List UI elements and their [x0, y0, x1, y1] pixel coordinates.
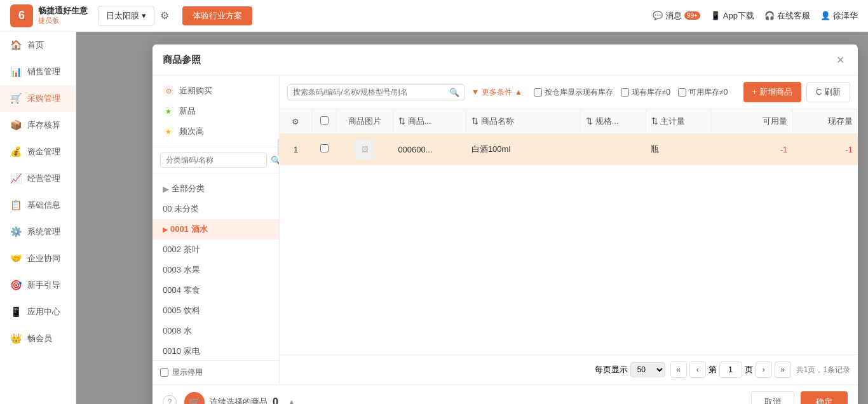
check-available-nonzero-label: 可用库存≠0 [689, 87, 728, 98]
col-header-check[interactable] [312, 109, 337, 134]
category-search-icon[interactable]: 🔍 [271, 156, 280, 165]
check-stock-nonzero-input[interactable] [621, 88, 629, 97]
enterprise-icon: 🤝 [10, 253, 22, 264]
settings-icon[interactable]: ⚙ [154, 6, 175, 26]
page-navigation: « ‹ 第 页 › » [670, 361, 791, 378]
sidebar-label-purchase: 采购管理 [27, 93, 60, 104]
sidebar-item-apps[interactable]: 📱 应用中心 [0, 299, 76, 325]
messages-btn[interactable]: 💬 消息 99+ [653, 10, 700, 22]
page-size-dropdown[interactable]: 10 20 50 100 [630, 362, 665, 377]
sidebar-item-purchase[interactable]: 🛒 采购管理 [0, 85, 76, 112]
check-warehouse[interactable]: 按仓库显示现有库存 [534, 87, 613, 98]
row-name: 白酒100ml [466, 134, 581, 165]
category-item-7[interactable]: 0010 家电 [153, 341, 279, 360]
sidebar-label-home: 首页 [27, 39, 44, 51]
col-label-name: 商品名称 [481, 116, 514, 126]
category-item-6[interactable]: 0008 水 [153, 321, 279, 341]
cancel-button[interactable]: 取消 [751, 391, 794, 404]
guide-icon: 🎯 [10, 279, 22, 291]
col-header-name[interactable]: ⇅ 商品名称 [466, 109, 581, 134]
sidebar-item-sales[interactable]: 📊 销售管理 [0, 58, 76, 85]
quick-item-new[interactable]: ★ 新品 [153, 101, 279, 121]
recent-icon: ⊙ [163, 85, 174, 97]
row-checkbox-cell[interactable] [312, 134, 337, 165]
confirm-button[interactable]: 确定 [801, 391, 848, 404]
modal-title: 商品参照 [163, 54, 201, 66]
add-product-button[interactable]: + 新增商品 [743, 82, 801, 102]
row-stock: -1 [792, 134, 858, 165]
check-available-nonzero[interactable]: 可用库存≠0 [678, 87, 728, 98]
category-item-3[interactable]: 0003 水果 [153, 260, 279, 280]
table-row[interactable]: 1 🖼 000600... 白酒100ml 瓶 -1 -1 [280, 134, 858, 165]
sidebar-item-system[interactable]: ⚙️ 系统管理 [0, 219, 76, 245]
col-header-stock: 现存量 [792, 109, 858, 134]
chevron-up-icon: ▲ [515, 88, 522, 97]
col-header-settings[interactable]: ⚙ [280, 109, 312, 134]
col-label-stock: 现存量 [828, 116, 853, 126]
quick-item-recent[interactable]: ⊙ 近期购买 [153, 81, 279, 101]
trial-button[interactable]: 体验行业方案 [182, 6, 252, 25]
user-area[interactable]: 👤 徐泽华 [820, 10, 858, 22]
product-search-icon[interactable]: 🔍 [449, 88, 459, 97]
col-header-spec[interactable]: ⇅ 规格... [581, 109, 646, 134]
category-search-input[interactable] [160, 152, 267, 168]
page-number-input[interactable] [719, 361, 742, 378]
col-header-unit[interactable]: ⇅ 主计量 [646, 109, 711, 134]
refresh-button[interactable]: C 刷新 [806, 82, 850, 102]
sidebar-item-finance[interactable]: 💰 资金管理 [0, 138, 76, 165]
select-all-checkbox[interactable] [320, 116, 329, 125]
store-name: 日太阳膜 [106, 10, 139, 22]
sidebar-item-basics[interactable]: 📋 基础信息 [0, 192, 76, 219]
store-selector[interactable]: 日太阳膜 ▾ [98, 6, 154, 26]
category-item-1[interactable]: ▶ 0001 酒水 [153, 219, 279, 239]
app-download-btn[interactable]: 📱 App下载 [710, 10, 754, 22]
modal-close-button[interactable]: ✕ [832, 52, 848, 67]
sidebar-item-member[interactable]: 👑 畅会员 [0, 325, 76, 352]
sidebar: 🏠 首页 📊 销售管理 🛒 采购管理 📦 库存核算 💰 资金管理 📈 经营管理 … [0, 32, 76, 404]
row-checkbox[interactable] [320, 144, 329, 152]
cart-icon[interactable]: 🛒 [184, 392, 205, 404]
sidebar-item-operations[interactable]: 📈 经营管理 [0, 165, 76, 192]
quick-label-recent: 近期购买 [179, 85, 212, 97]
category-item-0[interactable]: 00 未分类 [153, 199, 279, 219]
sidebar-label-sales: 销售管理 [27, 66, 60, 77]
category-item-2[interactable]: 0002 茶叶 [153, 239, 279, 260]
check-warehouse-input[interactable] [534, 88, 542, 97]
main-layout: 🏠 首页 📊 销售管理 🛒 采购管理 📦 库存核算 💰 资金管理 📈 经营管理 … [0, 32, 868, 404]
category-item-4[interactable]: 0004 零食 [153, 280, 279, 300]
apps-icon: 📱 [10, 306, 22, 318]
check-available-nonzero-input[interactable] [678, 88, 686, 97]
sidebar-label-inventory: 库存核算 [27, 119, 60, 131]
filter-checks: 按仓库显示现有库存 现有库存≠0 可用库存≠0 [534, 87, 728, 98]
sort-icon-name: ⇅ [471, 116, 478, 126]
row-available: -1 [711, 134, 792, 165]
sidebar-item-home[interactable]: 🏠 首页 [0, 32, 76, 58]
col-header-available: 可用量 [711, 109, 792, 134]
product-table-body: 1 🖼 000600... 白酒100ml 瓶 -1 -1 [280, 134, 858, 165]
category-search-row: 🔍 [153, 147, 279, 173]
filter-bar: 🔍 ▼ 更多条件 ▲ 按仓库显示现有库存 [280, 76, 858, 109]
show-disabled-checkbox[interactable] [160, 368, 168, 377]
col-header-code[interactable]: ⇅ 商品... [393, 109, 466, 134]
page-size-label: 每页显示 [595, 364, 628, 375]
category-item-all[interactable]: ▶ 全部分类 [153, 178, 279, 199]
category-item-5[interactable]: 0005 饮料 [153, 300, 279, 321]
sidebar-item-guide[interactable]: 🎯 新手引导 [0, 272, 76, 299]
prev-page-button[interactable]: ‹ [689, 361, 706, 378]
sidebar-item-inventory[interactable]: 📦 库存核算 [0, 112, 76, 138]
quick-item-frequent[interactable]: ★ 频次高 [153, 121, 279, 142]
check-stock-nonzero[interactable]: 现有库存≠0 [621, 87, 670, 98]
new-product-icon: ★ [163, 105, 174, 117]
app-download-label: App下载 [723, 10, 754, 22]
online-service-btn[interactable]: 🎧 在线客服 [764, 10, 810, 22]
fold-button[interactable]: ▲ [283, 394, 300, 404]
sort-icon-unit: ⇅ [651, 116, 658, 126]
last-page-button[interactable]: » [775, 361, 791, 378]
sidebar-item-enterprise[interactable]: 🤝 企业协同 [0, 245, 76, 272]
first-page-button[interactable]: « [670, 361, 687, 378]
more-conditions-button[interactable]: ▼ 更多条件 ▲ [471, 87, 522, 98]
product-search-input[interactable] [293, 88, 447, 97]
next-page-button[interactable]: › [756, 361, 772, 378]
help-button[interactable]: ? [163, 395, 177, 404]
sidebar-label-operations: 经营管理 [27, 173, 60, 184]
